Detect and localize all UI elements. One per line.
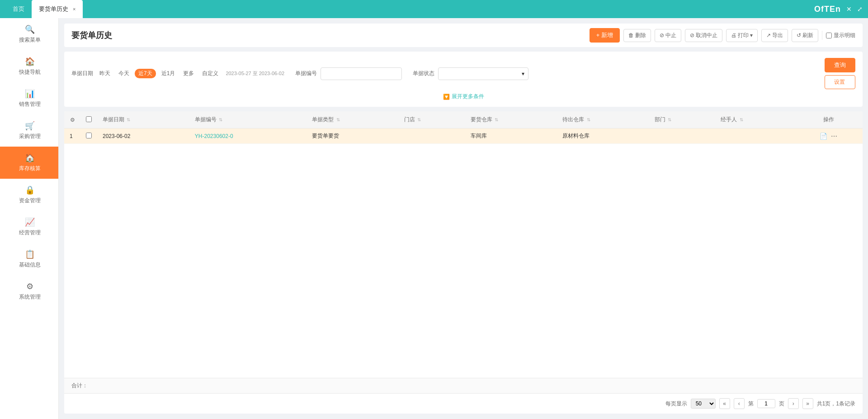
export-button[interactable]: ↗ 导出 [761, 29, 788, 42]
settings-button[interactable]: 设置 [825, 75, 855, 89]
settings-gear-icon[interactable]: ⚙ [70, 117, 75, 123]
last-page-btn[interactable]: » [802, 398, 813, 409]
shortcut-custom[interactable]: 自定义 [199, 69, 221, 78]
inventory-icon: 🏠 [25, 153, 35, 163]
th-settings: ⚙ [64, 111, 80, 129]
page-size-select[interactable]: 50 100 200 [691, 399, 716, 409]
sort-docno-icon[interactable]: ⇅ [219, 117, 222, 122]
row-edit-icon[interactable]: 📄 [820, 133, 827, 140]
row-date: 2023-06-02 [97, 129, 189, 144]
row-more-icon[interactable]: ⋯ [831, 133, 837, 140]
export-icon: ↗ [766, 32, 771, 38]
sidebar-item-finance[interactable]: 🔒 资金管理 [0, 179, 58, 211]
sidebar-item-label-search: 搜索菜单 [19, 36, 41, 44]
shortcut-1month[interactable]: 近1月 [159, 69, 178, 78]
sidebar-item-search-menu[interactable]: 🔍 搜索菜单 [0, 18, 58, 50]
shortcut-7days[interactable]: 近7天 [135, 69, 156, 78]
shortcut-more[interactable]: 更多 [180, 69, 197, 78]
total-info: 共1页，1条记录 [817, 400, 855, 408]
sidebar-item-purchase[interactable]: 🛒 采购管理 [0, 114, 58, 147]
sidebar-item-label-quicknav: 快捷导航 [19, 68, 41, 76]
row-store [399, 129, 465, 144]
sidebar-item-quick-nav[interactable]: 🏠 快捷导航 [0, 50, 58, 82]
refresh-icon: ↺ [797, 32, 801, 38]
window-maximize-icon[interactable]: ⤢ [857, 5, 863, 13]
date-range-text: 2023-05-27 至 2023-06-02 [226, 70, 284, 77]
suspend-label: 中止 [665, 32, 676, 39]
th-checkbox [80, 111, 97, 129]
sort-date-icon[interactable]: ⇅ [127, 117, 130, 122]
status-select-dropdown-icon: ▾ [522, 71, 524, 77]
cancel-suspend-button[interactable]: ⊘ 取消中止 [685, 29, 722, 42]
print-button[interactable]: 🖨 打印 ▾ [726, 29, 758, 42]
row-action-icons: 📄 ⋯ [800, 133, 857, 140]
doc-no-label: 单据编号 [295, 70, 317, 77]
row-doc-no-link[interactable]: YH-20230602-0 [195, 133, 233, 139]
page-title: 要货单历史 [71, 30, 112, 41]
row-checkbox[interactable] [86, 133, 92, 138]
sort-store-icon[interactable]: ⇅ [417, 117, 421, 122]
display-detail-toggle[interactable]: 显示明细 [826, 32, 855, 39]
window-close-icon[interactable]: ✕ [846, 5, 852, 13]
sidebar-item-basic-info[interactable]: 📋 基础信息 [0, 243, 58, 275]
sidebar-item-inventory[interactable]: 🏠 库存核算 [0, 147, 58, 179]
row-action-cell: 📄 ⋯ [795, 129, 863, 144]
purchase-icon: 🛒 [25, 121, 35, 131]
doc-no-input[interactable] [321, 67, 402, 80]
row-checkbox-cell [80, 129, 97, 144]
shortcut-today[interactable]: 今天 [116, 69, 132, 78]
delete-button[interactable]: 🗑 删除 [623, 29, 651, 42]
export-label: 导出 [772, 32, 783, 39]
refresh-label: 刷新 [802, 32, 813, 39]
tab-close-icon[interactable]: × [73, 6, 75, 12]
toolbar-divider [822, 31, 822, 40]
sidebar-item-label-system: 系统管理 [19, 293, 41, 301]
print-icon: 🖨 [731, 32, 736, 38]
sort-dept-icon[interactable]: ⇅ [668, 117, 671, 122]
suspend-button[interactable]: ⊘ 中止 [655, 29, 681, 42]
table-section: ⚙ 单据日期 ⇅ 单据编号 ⇅ [64, 111, 863, 414]
th-action: 操作 [795, 111, 863, 129]
toolbar: + 新增 🗑 删除 ⊘ 中止 ⊘ 取消中止 🖨 打印 ▾ [590, 28, 855, 43]
tab-home-label: 首页 [13, 5, 24, 13]
sidebar-item-label-purchase: 采购管理 [19, 133, 41, 140]
expand-more-label: 展开更多条件 [452, 93, 484, 100]
query-button[interactable]: 查询 [825, 58, 855, 72]
cancel-suspend-icon: ⊘ [690, 32, 694, 38]
select-all-checkbox[interactable] [86, 116, 92, 122]
sort-handler-icon[interactable]: ⇅ [740, 117, 743, 122]
table-row: 1 2023-06-02 YH-20230602-0 要货单要货 车间库 [64, 129, 863, 144]
sidebar-item-label-finance: 资金管理 [19, 197, 41, 205]
sidebar-item-system[interactable]: ⚙ 系统管理 [0, 275, 58, 307]
tab-home[interactable]: 首页 [5, 0, 32, 18]
summary-label: 合计： [71, 382, 88, 389]
sidebar-item-operation[interactable]: 📈 经营管理 [0, 211, 58, 243]
next-page-btn[interactable]: › [788, 398, 799, 409]
shortcut-yesterday[interactable]: 昨天 [97, 69, 113, 78]
finance-icon: 🔒 [25, 185, 35, 195]
sidebar-item-sales[interactable]: 📊 销售管理 [0, 82, 58, 114]
tab-requisition-label: 要货单历史 [39, 5, 68, 13]
sort-reqwarehouse-icon[interactable]: ⇅ [495, 117, 498, 122]
topbar-right: OfTEn ✕ ⤢ [814, 5, 863, 14]
current-page-input[interactable] [757, 399, 775, 408]
sort-outwarehouse-icon[interactable]: ⇅ [587, 117, 590, 122]
page-size-label: 每页显示 [665, 400, 687, 408]
display-detail-checkbox-input[interactable] [826, 33, 832, 38]
operation-icon: 📈 [25, 217, 35, 227]
tab-requisition-history[interactable]: 要货单历史 × [32, 0, 83, 18]
row-handler [715, 129, 794, 144]
sort-doctype-icon[interactable]: ⇅ [336, 117, 340, 122]
row-index: 1 [64, 129, 80, 144]
refresh-button[interactable]: ↺ 刷新 [792, 29, 818, 42]
th-doc-no: 单据编号 ⇅ [189, 111, 307, 129]
prev-page-btn[interactable]: ‹ [734, 398, 745, 409]
first-page-btn[interactable]: « [719, 398, 730, 409]
status-select[interactable]: ▾ [438, 67, 528, 80]
row-doc-type: 要货单要货 [307, 129, 399, 144]
status-filter: 单据状态 ▾ [413, 67, 528, 80]
system-icon: ⚙ [26, 281, 33, 291]
expand-more-btn[interactable]: 🔽 展开更多条件 [71, 93, 855, 100]
add-button[interactable]: + 新增 [590, 28, 620, 43]
main-layout: 🔍 搜索菜单 🏠 快捷导航 📊 销售管理 🛒 采购管理 🏠 库存核算 🔒 资金管… [0, 18, 868, 419]
